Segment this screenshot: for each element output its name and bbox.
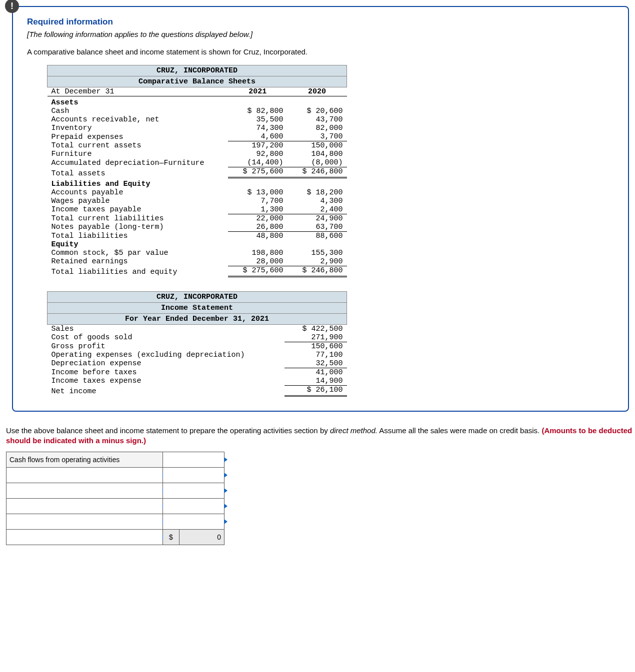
answer-input-table: Cash flows from operating activities $ 0 <box>6 452 224 545</box>
bs-title2: Comparative Balance Sheets <box>48 76 347 87</box>
alert-icon: ! <box>5 0 19 13</box>
dropdown-icon <box>224 488 228 493</box>
table-row: Prepaid expenses <box>48 132 228 141</box>
is-title2: Income Statement <box>48 302 347 313</box>
answer-amount-input[interactable] <box>163 468 224 483</box>
answer-line-dropdown[interactable] <box>6 514 163 530</box>
bs-col-2021: 2021 <box>228 87 288 96</box>
table-row: Operating expenses (excluding depreciati… <box>48 351 284 359</box>
dropdown-icon <box>224 473 228 478</box>
table-row: Depreciation expense <box>48 359 284 368</box>
table-row: Wages payable <box>48 197 228 205</box>
is-title1: CRUZ, INCORPORATED <box>48 291 347 302</box>
answer-line-dropdown[interactable] <box>6 530 163 545</box>
table-row: Cost of goods sold <box>48 333 284 342</box>
bs-title1: CRUZ, INCORPORATED <box>48 65 347 76</box>
table-row: Income before taxes <box>48 368 284 377</box>
table-row: Common stock, $5 par value <box>48 249 228 257</box>
table-row: Total liabilities <box>48 231 228 240</box>
required-information-panel: ! Required information [The following in… <box>12 6 629 412</box>
equity-heading: Equity <box>48 240 228 249</box>
question-text: Use the above balance sheet and income s… <box>6 426 635 446</box>
income-statement-table: CRUZ, INCORPORATED Income Statement For … <box>47 291 347 397</box>
balance-sheet-table: CRUZ, INCORPORATED Comparative Balance S… <box>47 65 347 277</box>
bs-row-header: At December 31 <box>48 87 228 96</box>
answer-line-dropdown[interactable] <box>6 483 163 499</box>
answer-line-dropdown[interactable] <box>6 468 163 483</box>
is-title3: For Year Ended December 31, 2021 <box>48 313 347 324</box>
assets-heading: Assets <box>48 96 228 107</box>
table-row: Total current liabilities <box>48 214 228 223</box>
total-assets-row: Total assets <box>48 167 228 178</box>
intro-line: A comparative balance sheet and income s… <box>27 47 614 56</box>
answer-header: Cash flows from operating activities <box>6 452 163 468</box>
bs-col-2020: 2020 <box>288 87 347 96</box>
answer-total-cell: $ 0 <box>163 530 224 545</box>
liab-heading: Liabilities and Equity <box>48 178 228 188</box>
total-liab-eq-row: Total liabilities and equity <box>48 266 228 276</box>
table-row: Gross profit <box>48 342 284 351</box>
applies-line: [The following information applies to th… <box>27 30 614 38</box>
answer-amount-input[interactable] <box>163 514 224 530</box>
table-row: Cash <box>48 107 228 115</box>
table-row: Accounts payable <box>48 188 228 197</box>
required-info-heading: Required information <box>27 17 614 27</box>
table-row: Total current assets <box>48 141 228 150</box>
table-row: Inventory <box>48 124 228 132</box>
table-row: Accounts receivable, net <box>48 115 228 124</box>
dropdown-icon <box>224 519 228 524</box>
dropdown-icon <box>224 504 228 509</box>
table-row: Income taxes payable <box>48 205 228 214</box>
table-row: Furniture <box>48 150 228 158</box>
answer-amount-input[interactable] <box>163 483 224 499</box>
table-row: Income taxes expense <box>48 377 284 386</box>
table-row: Retained earnings <box>48 257 228 266</box>
table-row: Accumulated depreciation—Furniture <box>48 158 228 167</box>
table-row: Notes payable (long-term) <box>48 223 228 232</box>
dollar-sign: $ <box>163 530 180 545</box>
net-income-row: Net income <box>48 385 284 396</box>
answer-line-dropdown[interactable] <box>6 499 163 514</box>
dropdown-icon <box>224 457 228 462</box>
answer-amount-header[interactable] <box>163 452 224 468</box>
answer-amount-input[interactable] <box>163 499 224 514</box>
answer-total-value: 0 <box>180 530 224 545</box>
table-row: Sales <box>48 324 284 333</box>
